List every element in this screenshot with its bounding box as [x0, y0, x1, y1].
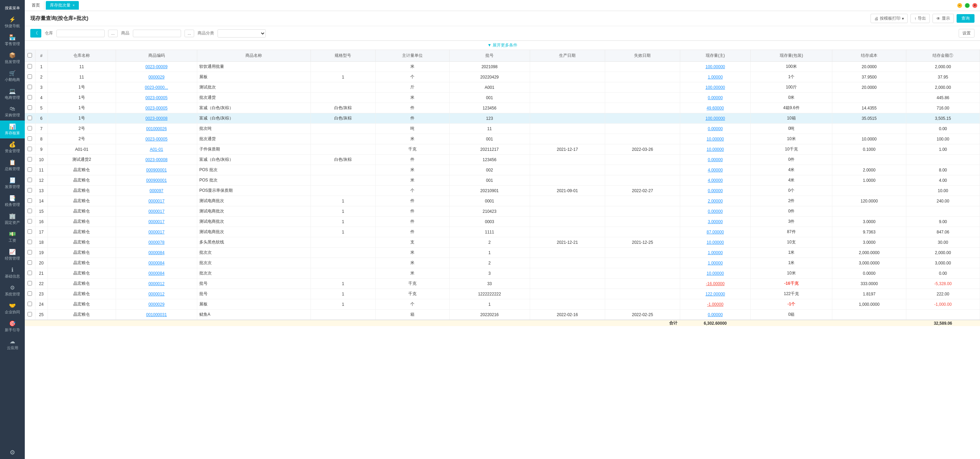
row-checkbox[interactable] [25, 237, 35, 247]
sidebar-item-云应用[interactable]: ☁ 云应用 [0, 335, 25, 353]
sidebar-item-经营管理[interactable]: 📈 经营管理 [0, 246, 25, 264]
row-checkbox[interactable] [25, 113, 35, 124]
sidebar-item-企业协同[interactable]: 🤝 企业协同 [0, 300, 25, 317]
row-amount: 847.06 [906, 227, 980, 237]
row-checkbox[interactable] [25, 196, 35, 206]
row-exp-date [605, 165, 680, 175]
sidebar-item-工资[interactable]: 💵 工资 [0, 228, 25, 246]
row-name: 展板 [197, 299, 310, 309]
sidebar-item-采购管理[interactable]: 🛍 采购管理 [0, 103, 25, 121]
row-unit: 千克 [375, 289, 449, 299]
table-row: 24 晶宏粮仓 0000029 展板 1 个 1 -1.00000 -1个 1,… [25, 299, 980, 309]
row-checkbox[interactable] [25, 124, 35, 134]
row-checkbox[interactable] [25, 309, 35, 320]
sidebar-item-零售管理[interactable]: 🏪 零售管理 [0, 31, 25, 49]
row-qty-main: 100.00000 [680, 82, 751, 92]
select-all-checkbox[interactable] [27, 53, 32, 57]
expand-more-button[interactable]: ▼ 展开更多条件 [25, 41, 980, 49]
row-name: 批次吨 [197, 124, 310, 134]
print-button[interactable]: 🖨 按模板打印 ▾ [870, 14, 908, 23]
goods-filter-label: 商品 [121, 30, 129, 36]
row-checkbox[interactable] [25, 247, 35, 258]
row-number: 8 [35, 134, 48, 144]
row-checkbox[interactable] [25, 155, 35, 165]
row-checkbox[interactable] [25, 144, 35, 155]
row-checkbox[interactable] [25, 299, 35, 309]
sidebar-item-小鹅电商[interactable]: 🛒 小鹅电商 [0, 67, 25, 85]
tab-active[interactable]: 库存批次量 × [46, 1, 79, 10]
sidebar-logo[interactable]: 搜索菜单 [0, 3, 25, 13]
goods-ellipsis-button[interactable]: ... [185, 30, 194, 37]
tab-close-button[interactable]: × [73, 3, 75, 7]
sidebar-item-总账管理[interactable]: 📋 总账管理 [0, 156, 25, 174]
row-checkbox[interactable] [25, 82, 35, 92]
settings-button[interactable]: 设置 [959, 29, 975, 38]
row-checkbox[interactable] [25, 279, 35, 289]
sidebar-item-资金管理[interactable]: 💰 资金管理 [0, 139, 25, 156]
row-qty-main: -16.00000 [680, 279, 751, 289]
row-checkbox[interactable] [25, 217, 35, 227]
row-batch: 0001 [449, 196, 530, 206]
sidebar-item-固定资产[interactable]: 🏢 固定资产 [0, 210, 25, 228]
row-name: 批次通货 [197, 92, 310, 103]
export-button[interactable]: ↑ 导出 [910, 14, 930, 23]
sidebar-item-税务管理[interactable]: 📑 税务管理 [0, 192, 25, 210]
row-checkbox[interactable] [25, 103, 35, 113]
goods-filter-input[interactable] [133, 30, 181, 37]
row-cost: 10.0000 [832, 134, 906, 144]
search-button[interactable]: 查询 [956, 14, 975, 23]
sidebar-item-批发管理[interactable]: 📦 批发管理 [0, 49, 25, 67]
row-amount [906, 155, 980, 165]
collapse-button[interactable]: 《 [30, 29, 41, 38]
sidebar-item-电商管理[interactable]: 💻 电商管理 [0, 85, 25, 103]
row-checkbox[interactable] [25, 62, 35, 72]
sidebar-item-快捷导航[interactable]: ⚡ 快捷导航 [0, 13, 25, 31]
row-exp-date [605, 247, 680, 258]
toggle-button[interactable]: 👁 显示 [932, 14, 954, 23]
tab-home[interactable]: 首页 [27, 1, 45, 10]
row-checkbox[interactable] [25, 186, 35, 196]
sidebar-item-新手引导[interactable]: 🎯 新手引导 [0, 317, 25, 335]
row-cost: 3.0000 [832, 217, 906, 227]
row-checkbox[interactable] [25, 227, 35, 237]
row-cost: 14.4355 [832, 103, 906, 113]
row-cost: 2.0000 [832, 165, 906, 175]
row-number: 18 [35, 237, 48, 247]
row-prod-date: 2022-02-16 [530, 309, 605, 320]
info-icon: ℹ [11, 266, 13, 273]
window-maximize-button[interactable]: □ [965, 3, 970, 8]
warehouse-ellipsis-button[interactable]: ... [108, 30, 118, 37]
row-checkbox[interactable] [25, 175, 35, 186]
row-prod-date [530, 279, 605, 289]
row-qty-main: 10.00000 [680, 268, 751, 279]
window-minimize-button[interactable]: − [957, 3, 962, 8]
row-unit: 件 [375, 196, 449, 206]
sidebar-item-库存核算[interactable]: 📊 库存核算 [0, 121, 25, 139]
category-filter-label: 商品分类 [197, 30, 214, 36]
row-checkbox[interactable] [25, 268, 35, 279]
sidebar-settings-button[interactable]: ⚙ [0, 446, 25, 459]
prod-date-column-header: 生产日期 [530, 50, 605, 62]
sidebar-item-基础信息[interactable]: ℹ 基础信息 [0, 264, 25, 282]
sidebar-item-系统管理[interactable]: ⚙ 系统管理 [0, 282, 25, 300]
row-exp-date [605, 279, 680, 289]
row-checkbox[interactable] [25, 206, 35, 217]
row-name: 子件保质期 [197, 144, 310, 155]
row-checkbox[interactable] [25, 72, 35, 82]
row-checkbox[interactable] [25, 92, 35, 103]
row-exp-date [605, 82, 680, 92]
table-row: 8 2号 0023-00005 批次通货 米 001 10.00000 10米 … [25, 134, 980, 144]
row-unit: 件 [375, 206, 449, 217]
row-checkbox[interactable] [25, 289, 35, 299]
row-checkbox[interactable] [25, 165, 35, 175]
row-checkbox[interactable] [25, 134, 35, 144]
row-unit: 支 [375, 237, 449, 247]
warehouse-filter-input[interactable] [56, 30, 105, 37]
sidebar-item-发票管理[interactable]: 🧾 发票管理 [0, 174, 25, 192]
row-spec [310, 134, 375, 144]
row-checkbox[interactable] [25, 258, 35, 268]
table-row: 17 晶宏粮仓 0000017 测试电商批次 1 件 1111 87.00000… [25, 227, 980, 237]
window-close-button[interactable]: × [972, 3, 977, 8]
category-filter-select[interactable] [218, 29, 266, 38]
row-cost: 120.0000 [832, 196, 906, 206]
